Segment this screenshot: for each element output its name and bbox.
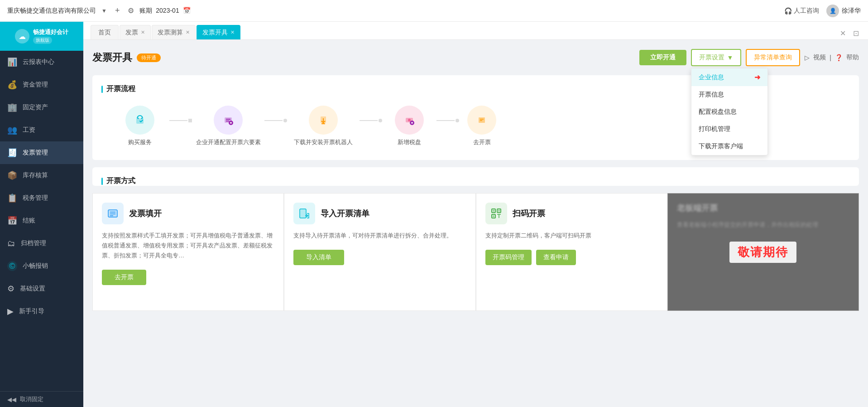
sidebar-item-xinshouyindao[interactable]: ▶ 新手引导 <box>0 300 83 323</box>
settings-icon[interactable]: ⚙ <box>128 6 134 15</box>
import-desc: 支持导入待开票清单，可对待开票清单进行拆分、合并处理。 <box>293 231 466 241</box>
method-fill: 发票填开 支持按照发票样式手工填开发票；可开具增值税电子普通发票、增值税普通发票… <box>92 193 284 311</box>
calendar-icon[interactable]: 📅 <box>183 7 191 14</box>
kucun-icon: 📦 <box>7 170 17 180</box>
dropdown-item-enterprise[interactable]: 企业信息 ➜ <box>691 68 767 86</box>
settings-button[interactable]: 开票设置 ▼ <box>691 49 742 66</box>
page-title: 发票开具 <box>92 51 132 64</box>
svg-point-17 <box>408 119 411 121</box>
flow-arrow-2 <box>264 119 287 122</box>
question-icon: ❓ <box>835 54 843 61</box>
scan-qr-button[interactable]: 开票码管理 <box>485 250 532 265</box>
red-arrow-icon: ➜ <box>754 73 760 82</box>
tab-expand-button[interactable]: ⊡ <box>851 27 861 39</box>
sidebar-item-jiezhang[interactable]: 📅 结账 <box>0 209 83 232</box>
avatar: 👤 <box>826 5 839 17</box>
sidebar-item-kucun[interactable]: 📦 库存核算 <box>0 164 83 187</box>
logo-badge: 旗舰版 <box>33 37 52 44</box>
sidebar-item-guidang[interactable]: 🗂 归档管理 <box>0 232 83 255</box>
flow-arrow-3 <box>360 119 382 122</box>
sidebar-item-shuiwu[interactable]: 📋 税务管理 <box>0 187 83 209</box>
scan-desc: 支持定制开票二维码，客户端可扫码开票 <box>485 231 658 241</box>
user-menu[interactable]: 👤 徐泽华 <box>826 5 861 17</box>
method-import: 导入开票清单 支持导入待开票清单，可对待开票清单进行拆分、合并处理。 导入清单 <box>284 193 475 311</box>
support-button[interactable]: 🎧 人工咨询 <box>784 7 819 15</box>
dropdown-item-invoice-info[interactable]: 开票信息 <box>691 86 767 103</box>
tab-cesuan[interactable]: 发票测算 ✕ <box>152 25 196 39</box>
sidebar-logo: ☁ 畅捷通好会计 旗舰版 <box>0 22 83 51</box>
jichushezhi-icon: ⚙ <box>7 284 14 294</box>
video-btn[interactable]: 视频 <box>813 53 826 62</box>
sidebar-item-yunbao[interactable]: 📊 云报表中心 <box>0 51 83 73</box>
help-btn[interactable]: 帮助 <box>846 53 859 62</box>
sidebar-item-jichushezhi[interactable]: ⚙ 基础设置 <box>0 277 83 300</box>
gongzi-icon: 👥 <box>7 125 17 135</box>
xinshouyindao-icon: ▶ <box>7 306 14 316</box>
scan-apply-button[interactable]: 查看申请 <box>536 250 576 265</box>
page-actions: 立即开通 开票设置 ▼ 企业信息 ➜ <box>639 49 859 66</box>
scan-icon <box>485 203 507 224</box>
svg-rect-38 <box>493 215 494 217</box>
tab-cesuan-close[interactable]: ✕ <box>186 29 190 35</box>
flow-step-config: 企业开通配置开票六要素 <box>192 106 264 146</box>
sidebar-nav: 📊 云报表中心 💰 资金管理 🏢 固定资产 👥 工资 🧾 发票管理 📦 <box>0 51 83 391</box>
flow-arrow-4 <box>436 119 459 122</box>
dropdown-item-taxdisk[interactable]: 配置税盘信息 <box>691 103 767 121</box>
dropdown-item-printer[interactable]: 打印机管理 <box>691 121 767 138</box>
svg-rect-37 <box>498 210 500 212</box>
svg-rect-36 <box>493 210 494 212</box>
page-content: 发票开具 待开通 立即开通 开票设置 ▼ <box>83 40 868 407</box>
tab-close-button[interactable]: ✕ <box>838 27 848 39</box>
method-scan: 扫码开票 支持定制开票二维码，客户端可扫码开票 开票码管理 查看申请 <box>476 193 667 311</box>
svg-point-2 <box>138 118 139 119</box>
zijin-icon: 💰 <box>7 80 17 90</box>
top-bar: 重庆畅捷交通信息咨询有限公司 ▼ + ⚙ 账期 2023-01 📅 🎧 人工咨询… <box>0 0 868 22</box>
headset-icon: 🎧 <box>784 7 792 15</box>
settings-dropdown: 企业信息 ➜ 开票信息 配置税盘信息 打印机管理 <box>691 68 768 155</box>
xiaochang-icon: © <box>7 261 17 271</box>
methods-section: 开票方式 发票填开 支持按照发票样式手工填开发票；可开具增值税电子普通发票、增值… <box>92 167 859 311</box>
import-button[interactable]: 导入清单 <box>293 250 344 265</box>
sidebar-item-zijin[interactable]: 💰 资金管理 <box>0 73 83 96</box>
tab-kaiju-close[interactable]: ✕ <box>230 29 235 35</box>
page-header: 发票开具 待开通 立即开通 开票设置 ▼ <box>92 49 859 66</box>
methods-grid: 发票填开 支持按照发票样式手工填开发票；可开具增值税电子普通发票、增值税普通发票… <box>92 193 859 311</box>
tab-kaiju[interactable]: 发票开具 ✕ <box>197 25 240 39</box>
sidebar-collapse[interactable]: ◀◀ 取消固定 <box>0 391 83 407</box>
sidebar-item-xiaochang[interactable]: © 小畅报销 <box>0 255 83 277</box>
fill-go-button[interactable]: 去开票 <box>102 270 146 285</box>
flow-section-title: 开票流程 <box>106 84 135 94</box>
fill-icon <box>102 203 124 224</box>
tab-fapiao-close[interactable]: ✕ <box>141 29 145 35</box>
query-button[interactable]: 异常清单查询 <box>746 49 800 66</box>
sidebar: ☁ 畅捷通好会计 旗舰版 📊 云报表中心 💰 资金管理 🏢 固定资产 <box>0 22 83 407</box>
svg-rect-30 <box>300 209 306 218</box>
flow-step-buy: 购买服务 <box>110 106 169 146</box>
sidebar-item-fapiao[interactable]: 🧾 发票管理 <box>0 141 83 164</box>
shuiwu-icon: 📋 <box>7 193 17 203</box>
sidebar-item-gongzi[interactable]: 👥 工资 <box>0 119 83 141</box>
play-icon: ▷ <box>805 54 810 61</box>
tab-fapiao[interactable]: 发票 ✕ <box>120 25 151 39</box>
jiezhang-icon: 📅 <box>7 216 17 226</box>
add-company-icon[interactable]: + <box>112 5 123 16</box>
flow-step-download: 下载并安装开票机器人 <box>287 106 360 146</box>
help-section: ▷ 视频 | ❓ 帮助 <box>805 53 859 62</box>
svg-rect-22 <box>479 117 485 123</box>
activate-button[interactable]: 立即开通 <box>639 50 686 65</box>
sidebar-item-guding[interactable]: 🏢 固定资产 <box>0 96 83 119</box>
settings-dropdown-container: 开票设置 ▼ 企业信息 ➜ 开票信息 <box>691 49 742 66</box>
settings-chevron-icon: ▼ <box>727 54 734 61</box>
collapse-icon: ◀◀ <box>7 396 16 403</box>
company-name[interactable]: 重庆畅捷交通信息咨询有限公司 <box>7 7 96 15</box>
tab-home[interactable]: 首页 <box>91 25 119 39</box>
guidang-icon: 🗂 <box>7 239 15 248</box>
guding-icon: 🏢 <box>7 102 17 112</box>
period-label: 账期 2023-01 📅 <box>139 7 190 15</box>
dropdown-item-download[interactable]: 下载开票客户端 <box>691 138 767 155</box>
flow-step-newtaxdisk: 新增税盘 <box>382 106 436 146</box>
methods-section-title: 开票方式 <box>106 176 135 186</box>
yunbao-icon: 📊 <box>7 57 17 67</box>
chevron-down-icon[interactable]: ▼ <box>101 8 107 14</box>
logo-text: 畅捷通好会计 <box>33 29 68 36</box>
